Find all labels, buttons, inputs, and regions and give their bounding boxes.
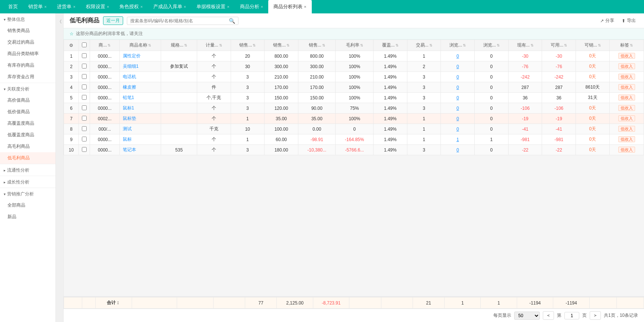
th-sellable[interactable]: 可销...⇅ xyxy=(576,40,610,51)
sidebar-item-sales-products[interactable]: 销售类商品 xyxy=(0,25,55,36)
sort-view2[interactable]: 浏览...⇅ xyxy=(483,42,500,48)
sidebar-item-low-coverage[interactable]: 低覆盖度商品 xyxy=(0,129,55,141)
th-view2[interactable]: 浏览...⇅ xyxy=(475,40,509,51)
th-spec[interactable]: 规格...⇅ xyxy=(161,40,197,51)
page-size-select[interactable]: 50 100 200 xyxy=(514,312,540,320)
sidebar-section-title-growth[interactable]: ▸ 成长性分析 xyxy=(0,176,55,188)
time-filter-button[interactable]: 近一月 xyxy=(103,16,123,25)
sort-cover-rate[interactable]: 覆盖...⇅ xyxy=(382,42,398,48)
row-checkbox[interactable] xyxy=(82,95,87,100)
nav-product-in[interactable]: 产成品入库单 × xyxy=(148,0,191,13)
row-name[interactable]: 电话机 xyxy=(119,72,161,82)
nav-close-icon[interactable]: × xyxy=(261,4,263,9)
sidebar-section-title-liquidity[interactable]: ▸ 流通性分析 xyxy=(0,164,55,176)
sidebar-item-high-coverage[interactable]: 高覆盖度商品 xyxy=(0,118,55,129)
sidebar-item-low-margin[interactable]: 低毛利商品 xyxy=(0,152,55,164)
row-checkbox[interactable] xyxy=(82,85,87,89)
th-available[interactable]: 可用...⇅ xyxy=(542,40,576,51)
sidebar-item-new-products[interactable]: 新品 xyxy=(0,211,55,223)
sort-spec[interactable]: 规格...⇅ xyxy=(171,42,187,48)
nav-close-icon[interactable]: × xyxy=(73,4,75,9)
row-checkbox[interactable] xyxy=(82,64,87,68)
th-trade-num[interactable]: 交易...⇅ xyxy=(407,40,441,51)
row-view1[interactable]: 0 xyxy=(441,72,475,82)
nav-role-auth[interactable]: 角色授权 × xyxy=(114,0,148,13)
row-view1[interactable]: 0 xyxy=(441,124,475,134)
sidebar-section-title-overall[interactable]: ▾ 整体信息 xyxy=(0,13,55,25)
sidebar-section-title-correlation[interactable]: ▾ 关联度分析 xyxy=(0,83,55,95)
row-view1[interactable]: 0 xyxy=(441,82,475,93)
next-page-button[interactable]: ＞ xyxy=(590,311,601,320)
nav-close-icon[interactable]: × xyxy=(107,4,109,9)
sort-gross-rate[interactable]: 毛利率⇅ xyxy=(346,42,363,48)
sort-code[interactable]: 商...⇅ xyxy=(99,42,110,48)
sidebar-section-title-marketing[interactable]: ▾ 营销推广分析 xyxy=(0,188,55,200)
sidebar-collapse-button[interactable]: 《 xyxy=(56,17,63,26)
th-sale-profit[interactable]: 销售...⇅ xyxy=(298,40,336,51)
sidebar-item-high-value[interactable]: 高价值商品 xyxy=(0,95,55,106)
sort-view1[interactable]: 浏览...⇅ xyxy=(449,42,466,48)
sort-trade-num[interactable]: 交易...⇅ xyxy=(416,42,432,48)
row-name[interactable]: 橡皮擦 xyxy=(119,82,161,93)
th-name[interactable]: 商品名称⇅ xyxy=(119,40,161,51)
share-button[interactable]: ↗ 分享 xyxy=(598,16,616,25)
th-gross-rate[interactable]: 毛利率⇅ xyxy=(336,40,374,51)
sidebar-item-high-margin[interactable]: 高毛利商品 xyxy=(0,141,55,152)
row-checkbox[interactable] xyxy=(82,74,87,79)
th-cover-rate[interactable]: 覆盖...⇅ xyxy=(374,40,407,51)
nav-product-analysis-list[interactable]: 商品分析列表 × xyxy=(268,0,311,13)
sort-sale-num[interactable]: 销售...⇅ xyxy=(239,42,256,48)
sort-unit[interactable]: 计量...⇅ xyxy=(206,42,222,48)
nav-product-analysis[interactable]: 商品分析 × xyxy=(235,0,268,13)
row-name[interactable]: 笔记本 xyxy=(119,145,161,155)
sort-tag[interactable]: 标签⇅ xyxy=(620,42,633,48)
row-checkbox[interactable] xyxy=(82,105,87,110)
th-settings[interactable]: ⚙ xyxy=(64,40,79,51)
th-tag[interactable]: 标签⇅ xyxy=(609,40,644,51)
row-checkbox[interactable] xyxy=(82,116,87,121)
sort-current-stock[interactable]: 现有...⇅ xyxy=(517,42,534,48)
nav-permission-setting[interactable]: 权限设置 × xyxy=(81,0,114,13)
row-name[interactable]: 鼠标垫 xyxy=(119,114,161,124)
sort-sale-amount[interactable]: 销售...⇅ xyxy=(273,42,289,48)
sidebar-item-traded-products[interactable]: 交易过的商品 xyxy=(0,36,55,48)
row-view1[interactable]: 0 xyxy=(441,114,475,124)
sort-available[interactable]: 可用...⇅ xyxy=(551,42,567,48)
search-icon[interactable]: 🔍 xyxy=(229,18,235,24)
row-name[interactable]: 吴细细1 xyxy=(119,61,161,72)
row-checkbox[interactable] xyxy=(82,53,87,58)
row-view1[interactable]: 0 xyxy=(441,93,475,103)
nav-sales-order[interactable]: 销货单 × xyxy=(23,0,52,13)
nav-close-icon[interactable]: × xyxy=(140,4,142,9)
th-sale-num[interactable]: 销售...⇅ xyxy=(231,40,265,51)
row-name[interactable]: 鼠标 xyxy=(119,134,161,145)
row-name[interactable]: 铅笔1 xyxy=(119,93,161,103)
sidebar-item-low-value[interactable]: 低价值商品 xyxy=(0,106,55,118)
sidebar-item-category-rate[interactable]: 商品分类助销率 xyxy=(0,48,55,60)
row-view1[interactable]: 0 xyxy=(441,145,475,155)
row-view1[interactable]: 0 xyxy=(441,61,475,72)
sidebar-item-capital-usage[interactable]: 库存资金占用 xyxy=(0,71,55,83)
row-name[interactable]: 属性定价 xyxy=(119,51,161,61)
sidebar-item-in-stock[interactable]: 有库存的商品 xyxy=(0,60,55,71)
sort-name[interactable]: 商品名称⇅ xyxy=(129,42,151,48)
sidebar-item-all-products[interactable]: 全部商品 xyxy=(0,200,55,211)
row-checkbox[interactable] xyxy=(82,147,87,152)
nav-close-icon[interactable]: × xyxy=(184,4,186,9)
row-view1[interactable]: 1 xyxy=(441,134,475,145)
nav-template-setting[interactable]: 单据模板设置 × xyxy=(191,0,234,13)
select-all-checkbox[interactable] xyxy=(82,42,87,47)
prev-page-button[interactable]: ＜ xyxy=(543,311,554,320)
page-number-input[interactable] xyxy=(564,312,579,319)
th-unit[interactable]: 计量...⇅ xyxy=(197,40,231,51)
nav-close-icon[interactable]: × xyxy=(44,4,47,9)
row-name[interactable]: 鼠标1 xyxy=(119,103,161,114)
nav-purchase-order[interactable]: 进货单 × xyxy=(52,0,80,13)
th-code[interactable]: 商...⇅ xyxy=(90,40,120,51)
nav-close-icon[interactable]: × xyxy=(227,4,229,9)
search-input[interactable] xyxy=(130,18,229,23)
row-checkbox[interactable] xyxy=(82,137,87,141)
sort-sellable[interactable]: 可销...⇅ xyxy=(584,42,601,48)
nav-close-icon[interactable]: × xyxy=(304,4,306,9)
row-checkbox[interactable] xyxy=(82,126,87,131)
